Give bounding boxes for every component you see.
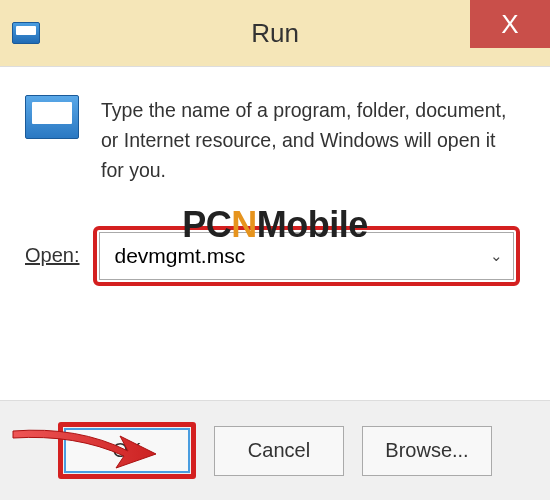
dialog-body: Type the name of a program, folder, docu… bbox=[0, 66, 550, 500]
open-combobox[interactable]: devmgmt.msc ⌄ bbox=[99, 232, 514, 280]
ok-button-highlight: OK bbox=[58, 422, 196, 479]
open-input-value: devmgmt.msc bbox=[114, 244, 245, 268]
button-bar: OK Cancel Browse... bbox=[0, 400, 550, 500]
open-label: Open: bbox=[25, 244, 79, 267]
ok-button[interactable]: OK bbox=[64, 428, 190, 473]
titlebar: Run X bbox=[0, 0, 550, 66]
cancel-button[interactable]: Cancel bbox=[214, 426, 344, 476]
close-icon: X bbox=[501, 9, 518, 40]
browse-button[interactable]: Browse... bbox=[362, 426, 492, 476]
cancel-button-label: Cancel bbox=[248, 439, 310, 462]
browse-button-label: Browse... bbox=[385, 439, 468, 462]
run-program-icon bbox=[12, 22, 40, 44]
close-button[interactable]: X bbox=[470, 0, 550, 48]
open-row: Open: devmgmt.msc ⌄ bbox=[0, 206, 550, 296]
chevron-down-icon: ⌄ bbox=[490, 247, 503, 265]
run-dialog: Run X Type the name of a program, folder… bbox=[0, 0, 550, 500]
ok-button-label: OK bbox=[113, 439, 142, 462]
run-dialog-icon bbox=[25, 95, 79, 139]
description-text: Type the name of a program, folder, docu… bbox=[101, 95, 520, 186]
description-row: Type the name of a program, folder, docu… bbox=[0, 67, 550, 206]
window-title: Run bbox=[251, 18, 299, 49]
open-input-highlight: devmgmt.msc ⌄ bbox=[93, 226, 520, 286]
